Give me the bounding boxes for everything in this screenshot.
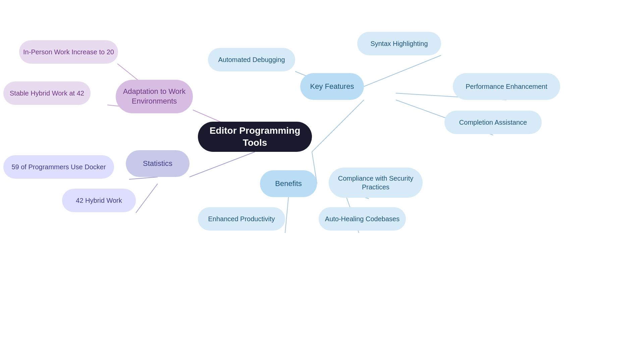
center-node: Editor Programming Tools bbox=[198, 122, 312, 152]
completion-assistance-node: Completion Assistance bbox=[444, 111, 542, 134]
statistics-node: Statistics bbox=[126, 150, 190, 177]
svg-line-13 bbox=[129, 177, 158, 179]
svg-line-1 bbox=[364, 55, 441, 86]
enhanced-productivity-node: Enhanced Productivity bbox=[198, 207, 285, 231]
key-features-node: Key Features bbox=[300, 73, 364, 100]
svg-line-12 bbox=[190, 152, 255, 177]
svg-line-8 bbox=[285, 197, 288, 233]
stable-hybrid-node: Stable Hybrid Work at 42 bbox=[3, 81, 91, 105]
syntax-highlighting-node: Syntax Highlighting bbox=[357, 32, 441, 55]
adaptation-node: Adaptation to Work Environments bbox=[116, 80, 193, 113]
svg-line-14 bbox=[136, 184, 158, 213]
docker-programmers-node: 59 of Programmers Use Docker bbox=[3, 155, 114, 179]
automated-debugging-node: Automated Debugging bbox=[208, 48, 295, 71]
inperson-work-node: In-Person Work Increase to 20 bbox=[19, 40, 118, 64]
svg-line-0 bbox=[312, 100, 364, 152]
benefits-node: Benefits bbox=[260, 170, 317, 197]
hybrid-work-node: 42 Hybrid Work bbox=[62, 189, 136, 212]
compliance-security-node: Compliance with Security Practices bbox=[329, 168, 423, 198]
performance-enhancement-node: Performance Enhancement bbox=[453, 73, 560, 100]
auto-healing-node: Auto-Healing Codebases bbox=[319, 207, 406, 231]
